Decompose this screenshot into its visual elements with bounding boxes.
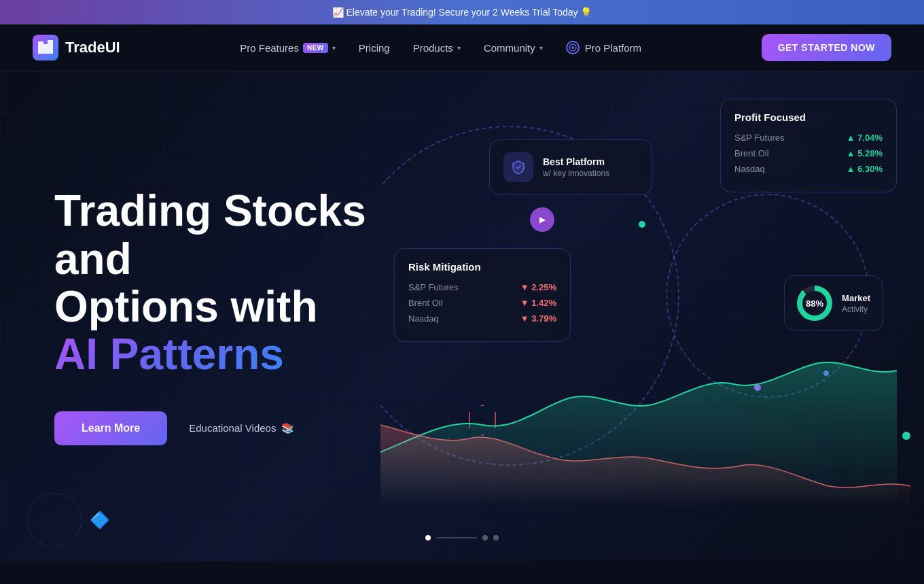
shield-icon bbox=[503, 152, 533, 182]
market-activity-text: Market Activity bbox=[842, 293, 870, 314]
market-activity-circle: 88% bbox=[797, 286, 832, 321]
new-badge: NEW bbox=[303, 43, 328, 53]
profit-row-nasdaq: Nasdaq ▲ 6.30% bbox=[734, 164, 883, 174]
card-profit-focused: Profit Focused S&P Futures ▲ 7.04% Brent… bbox=[720, 99, 897, 192]
best-platform-title: Best Platform bbox=[543, 156, 609, 167]
nav-item-pro-features[interactable]: Pro Features NEW ▾ bbox=[230, 37, 345, 59]
market-activity-percentage: 88% bbox=[806, 298, 823, 309]
hero-title-line2: Options with bbox=[54, 282, 318, 331]
card-market-activity: 88% Market Activity bbox=[784, 275, 883, 331]
hero-title-gradient: AI Patterns bbox=[54, 330, 284, 379]
carousel-line bbox=[436, 537, 477, 538]
hero-section: Trading Stocks and Options with AI Patte… bbox=[0, 71, 924, 561]
market-activity-subtitle: Activity bbox=[842, 305, 870, 314]
risk-value-sp500: ▼ 2.25% bbox=[520, 282, 556, 292]
nav-label-pro-platform: Pro Platform bbox=[585, 42, 641, 54]
educational-videos-link[interactable]: Educational Videos 📚 bbox=[189, 422, 294, 434]
nav-label-pricing: Pricing bbox=[359, 42, 390, 54]
profit-label-sp500: S&P Futures bbox=[734, 133, 784, 143]
nav-item-products[interactable]: Products ▾ bbox=[404, 37, 470, 59]
logo-text: TradeUI bbox=[65, 39, 120, 56]
cube-icon: 🔷 bbox=[90, 511, 110, 530]
pro-platform-icon bbox=[566, 41, 580, 54]
card-best-platform: Best Platform w/ key innovations bbox=[489, 139, 652, 195]
risk-value-nasdaq: ▼ 3.79% bbox=[520, 313, 556, 324]
nav-item-community[interactable]: Community ▾ bbox=[474, 37, 552, 59]
hero-actions: Learn More Educational Videos 📚 bbox=[54, 411, 421, 445]
nav-label-products: Products bbox=[413, 42, 453, 54]
market-activity-title: Market bbox=[842, 293, 870, 303]
nav-item-pro-platform[interactable]: Pro Platform bbox=[556, 35, 651, 60]
nav-links: Pro Features NEW ▾ Pricing Products ▾ Co… bbox=[230, 35, 651, 60]
get-started-button[interactable]: GET STARTED NOW bbox=[762, 34, 891, 61]
profit-value-sp500: ▲ 7.04% bbox=[847, 133, 883, 143]
carousel-dot-2[interactable] bbox=[482, 535, 488, 540]
best-platform-subtitle: w/ key innovations bbox=[543, 169, 609, 178]
play-button[interactable]: ▶ bbox=[530, 207, 554, 232]
announcement-emoji: 💡 bbox=[580, 7, 592, 18]
carousel-dots bbox=[425, 535, 499, 540]
profit-value-nasdaq: ▲ 6.30% bbox=[847, 164, 883, 174]
hero-title: Trading Stocks and Options with AI Patte… bbox=[54, 187, 421, 379]
navbar: TradeUI Pro Features NEW ▾ Pricing Produ… bbox=[0, 24, 924, 71]
chevron-down-icon-products: ▾ bbox=[457, 44, 461, 52]
profit-focused-title: Profit Focused bbox=[734, 111, 883, 123]
carousel-dot-3[interactable] bbox=[493, 535, 499, 540]
profit-label-nasdaq: Nasdaq bbox=[734, 164, 765, 174]
logo[interactable]: TradeUI bbox=[33, 35, 120, 61]
edu-videos-label: Educational Videos bbox=[189, 422, 276, 434]
announcement-text: Elevate your Trading! Secure your 2 Week… bbox=[346, 7, 578, 18]
chevron-down-icon-community: ▾ bbox=[539, 44, 543, 52]
profit-row-brent: Brent Oil ▲ 5.28% bbox=[734, 148, 883, 158]
nav-label-pro-features: Pro Features bbox=[240, 42, 299, 54]
profit-value-brent: ▲ 5.28% bbox=[847, 148, 883, 158]
announcement-bar: 📈 Elevate your Trading! Secure your 2 We… bbox=[0, 0, 924, 24]
nav-label-community: Community bbox=[484, 42, 535, 54]
carousel-dot-1[interactable] bbox=[425, 535, 431, 540]
announcement-icon: 📈 bbox=[332, 7, 344, 18]
bottom-dashed-circle bbox=[27, 493, 82, 547]
best-platform-text: Best Platform w/ key innovations bbox=[543, 156, 609, 178]
learn-more-button[interactable]: Learn More bbox=[54, 411, 167, 445]
profit-row-sp500: S&P Futures ▲ 7.04% bbox=[734, 133, 883, 143]
svg-point-2 bbox=[571, 46, 574, 49]
hero-title-line1: Trading Stocks and bbox=[54, 186, 366, 283]
profit-label-brent: Brent Oil bbox=[734, 148, 769, 158]
chevron-down-icon: ▾ bbox=[332, 44, 336, 52]
nav-item-pricing[interactable]: Pricing bbox=[349, 37, 399, 59]
risk-value-brent: ▼ 1.42% bbox=[520, 298, 556, 308]
logo-icon bbox=[33, 35, 58, 61]
float-dot-1 bbox=[639, 221, 645, 228]
edu-videos-emoji: 📚 bbox=[281, 422, 294, 434]
bottom-circle-decoration: 🔷 bbox=[27, 493, 110, 547]
hero-content: Trading Stocks and Options with AI Patte… bbox=[0, 133, 476, 500]
